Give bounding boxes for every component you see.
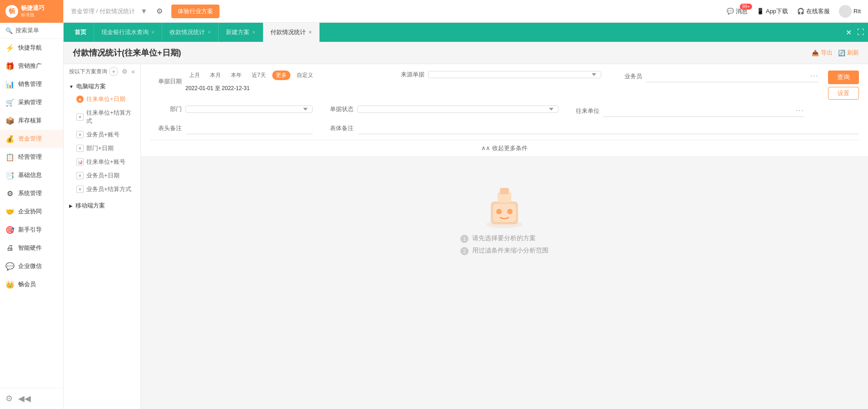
scheme-item-unit-date[interactable]: ● 往来单位+日期 [64, 92, 140, 106]
headset-icon: 🎧 [797, 8, 804, 15]
add-scheme-icon[interactable]: + [109, 67, 118, 76]
sidebar-item-guide[interactable]: 🎯 新手引导 [0, 221, 63, 239]
filter-section: 单据日期 上月 本月 本年 近7天 更多 自定义 2022-01-01 至 20… [141, 64, 868, 156]
tab-close-payment[interactable]: × [309, 29, 312, 35]
trial-button[interactable]: 体验行业方案 [171, 5, 219, 18]
chevron-up-icon: ∧∧ [481, 145, 490, 151]
body-note-input[interactable] [357, 122, 859, 133]
date-field: 单据日期 上月 本月 本年 近7天 更多 自定义 2022-01-01 至 20… [150, 71, 384, 92]
sidebar-item-inventory[interactable]: 📦 库存核算 [0, 111, 63, 130]
top-header: 资金管理 / 付款情况统计 ▼ ⚙ 体验行业方案 💬 消息 99+ 📱 App下… [64, 0, 868, 23]
collapse-more-button[interactable]: ∧∧ 收起更多条件 [481, 144, 528, 152]
message-button[interactable]: 💬 消息 99+ [727, 7, 748, 15]
tab-close-all-icon[interactable]: ✕ [846, 28, 852, 37]
dept-chevron-icon [303, 108, 308, 111]
tab-fullscreen-icon[interactable]: ⛶ [857, 28, 864, 37]
query-button[interactable]: 查询 [828, 71, 859, 84]
refresh-button[interactable]: 🔄 刷新 [838, 49, 859, 57]
main-body: 按以下方案查询 + ⚙ « ▼ 电脑端方案 ● 往来单位+日期 ≡ [64, 64, 868, 409]
desktop-scheme-section: ▼ 电脑端方案 ● 往来单位+日期 ≡ 往来单位+结算方式 ≡ 业务员+账号 ≡ [64, 79, 140, 198]
quicknav-icon: ⚡ [5, 43, 15, 52]
staff-input[interactable] [646, 71, 810, 81]
sidebar-item-wechat[interactable]: 💬 企业微信 [0, 257, 63, 275]
tab-close-newscheme[interactable]: × [252, 29, 255, 35]
sidebar-item-member[interactable]: 👑 畅会员 [0, 275, 63, 293]
desktop-section-title[interactable]: ▼ 电脑端方案 [64, 81, 140, 92]
date-this-month[interactable]: 本月 [206, 71, 224, 80]
inventory-icon: 📦 [5, 116, 15, 125]
app-download-button[interactable]: 📱 App下载 [757, 7, 788, 15]
sidebar-item-hardware[interactable]: 🖨 智能硬件 [0, 239, 63, 257]
settings-icon[interactable]: ⚙ [153, 5, 166, 18]
sidebar-item-system[interactable]: ⚙ 系统管理 [0, 184, 63, 202]
scheme-item-unit-settle[interactable]: ≡ 往来单位+结算方式 [64, 106, 140, 128]
partner-field: 往来单位 ··· [568, 105, 804, 117]
scheme-header: 按以下方案查询 + ⚙ « [64, 64, 140, 79]
scheme-item-staff-settle[interactable]: ≡ 业务员+结算方式 [64, 182, 140, 196]
tab-close-bank[interactable]: × [151, 29, 155, 35]
scheme-item-staff-date[interactable]: ≡ 业务员+日期 [64, 169, 140, 182]
sidebar-footer: ⚙ ◀◀ [0, 388, 63, 409]
sidebar-search[interactable]: 🔍 搜索菜单 [0, 23, 63, 39]
collapse-sidebar-icon[interactable]: ◀◀ [18, 394, 31, 404]
tab-receipt[interactable]: 收款情况统计 × [162, 23, 219, 42]
tab-home[interactable]: 首页 [67, 23, 94, 42]
system-icon: ⚙ [5, 189, 15, 198]
staff-field: 业务员 ··· [610, 71, 819, 82]
chevron-down-icon[interactable]: ▼ [140, 7, 148, 15]
date-7days[interactable]: 近7天 [248, 71, 269, 80]
arrow-right-icon: ▶ [69, 203, 73, 208]
tab-close-receipt[interactable]: × [208, 29, 211, 35]
hardware-icon: 🖨 [5, 243, 15, 252]
user-avatar[interactable]: Rit [839, 5, 861, 18]
scheme-settings-icon[interactable]: ⚙ [122, 68, 128, 75]
empty-hint-1: 请先选择要分析的方案 [460, 234, 549, 243]
scheme-collapse-icon[interactable]: « [131, 68, 135, 75]
sidebar-item-marketing[interactable]: 🎁 营销推广 [0, 57, 63, 75]
scheme-item-unit-account[interactable]: 📊 往来单位+账号 [64, 155, 140, 169]
sidebar-item-purchase[interactable]: 🛒 采购管理 [0, 93, 63, 111]
date-custom[interactable]: 自定义 [293, 71, 317, 80]
tab-bank[interactable]: 现金银行流水查询 × [94, 23, 162, 42]
date-more-btn[interactable]: 更多 [272, 71, 290, 80]
header-note-label: 表头备注 [150, 124, 182, 132]
sidebar-item-sales[interactable]: 📊 销售管理 [0, 75, 63, 93]
collapse-more-section: ∧∧ 收起更多条件 [150, 140, 859, 156]
settings-footer-icon[interactable]: ⚙ [5, 394, 13, 404]
header-note-input[interactable] [185, 122, 313, 133]
mobile-section-title[interactable]: ▶ 移动端方案 [64, 200, 140, 212]
source-select[interactable] [428, 71, 601, 78]
sidebar-item-operation[interactable]: 📋 经营管理 [0, 148, 63, 166]
export-button[interactable]: 📤 导出 [812, 49, 833, 57]
voucher-status-select[interactable] [357, 106, 559, 113]
service-button[interactable]: 🎧 在线客服 [797, 7, 830, 15]
sidebar-item-finance[interactable]: 💰 资金管理 [0, 130, 63, 148]
tab-bar-actions: ✕ ⛶ [846, 28, 864, 37]
scheme-icon-sq: ≡ [76, 113, 84, 121]
date-last-month[interactable]: 上月 [185, 71, 204, 80]
dept-select[interactable] [185, 106, 313, 113]
source-field: 来源单据 [393, 71, 601, 79]
scheme-icon-sq2: ≡ [76, 131, 84, 138]
svg-rect-2 [493, 204, 516, 222]
filter-row-1: 单据日期 上月 本月 本年 近7天 更多 自定义 2022-01-01 至 20… [150, 71, 859, 100]
sidebar-item-quicknav[interactable]: ⚡ 快捷导航 [0, 39, 63, 57]
scheme-icon-sq4: ≡ [76, 172, 84, 179]
phone-icon: 📱 [757, 8, 764, 15]
body-note-label: 表体备注 [322, 124, 354, 132]
partner-input[interactable] [603, 105, 796, 116]
tab-payment[interactable]: 付款情况统计 × [263, 23, 319, 42]
date-this-year[interactable]: 本年 [227, 71, 245, 80]
logo-icon: 畅 [5, 5, 18, 18]
staff-more-icon[interactable]: ··· [810, 72, 819, 80]
partner-more-icon[interactable]: ··· [796, 106, 804, 115]
scheme-item-dept-date[interactable]: ≡ 部门+日期 [64, 141, 140, 155]
sidebar-item-basic[interactable]: 📑 基础信息 [0, 166, 63, 184]
filter-settings-button[interactable]: 设置 [828, 87, 859, 100]
sidebar-item-enterprise[interactable]: 🤝 企业协同 [0, 202, 63, 221]
scheme-item-staff-account[interactable]: ≡ 业务员+账号 [64, 128, 140, 141]
tab-newscheme[interactable]: 新建方案 × [219, 23, 263, 42]
dept-label: 部门 [150, 105, 182, 113]
partner-label: 往来单位 [568, 107, 599, 115]
export-icon: 📤 [812, 50, 819, 56]
